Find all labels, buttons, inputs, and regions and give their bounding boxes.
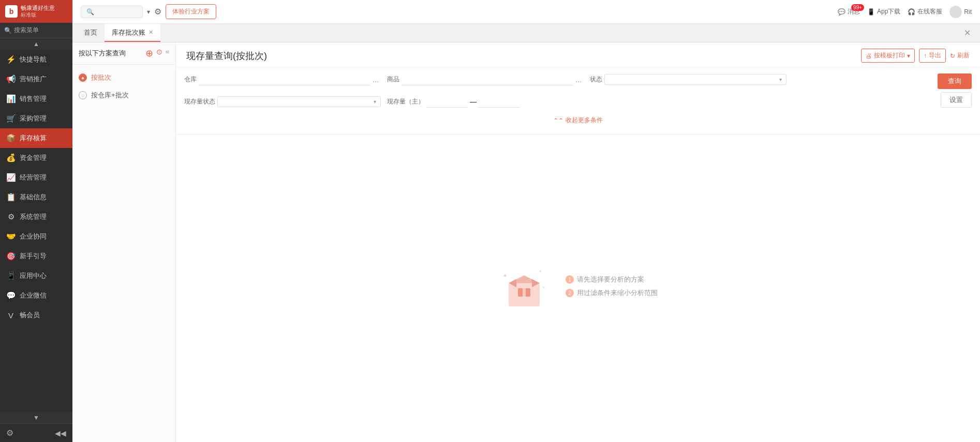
- sidebar-item-vip[interactable]: V 畅会员: [0, 305, 72, 325]
- topbar-gear-icon[interactable]: ⚙: [154, 7, 161, 17]
- status-select[interactable]: ▾: [604, 74, 786, 85]
- close-tab-button[interactable]: ✕: [959, 24, 976, 42]
- sidebar-item-label: 采购管理: [20, 114, 47, 123]
- sidebar-item-label: 企业微信: [20, 291, 47, 300]
- left-panel-title: 按以下方案查询: [79, 49, 126, 58]
- filter-product: 商品 ...: [387, 73, 584, 85]
- collapse-left-icon[interactable]: «: [166, 48, 169, 59]
- sidebar-item-label: 快捷导航: [20, 55, 47, 64]
- sidebar-item-quick-nav[interactable]: ⚡ 快捷导航: [0, 50, 72, 69]
- hint-1: 1 请先选择要分析的方案: [566, 275, 658, 284]
- schema-active-dot: ●: [79, 73, 87, 82]
- experience-button[interactable]: 体验行业方案: [166, 4, 216, 19]
- print-icon: 🖨: [866, 52, 872, 60]
- settings-icon[interactable]: ⚙: [6, 428, 13, 438]
- svg-rect-5: [523, 288, 526, 297]
- refresh-button[interactable]: ↻ 刷新: [950, 51, 970, 60]
- print-button[interactable]: 🖨 按模板打印 ▾: [861, 49, 915, 63]
- app-download-button[interactable]: 📱 App下载: [867, 7, 900, 16]
- filter-warehouse: 仓库 ...: [184, 73, 381, 85]
- add-schema-button[interactable]: ⊕: [145, 48, 153, 59]
- refresh-icon: ↻: [950, 52, 955, 60]
- collapse-label: 收起更多条件: [566, 116, 603, 125]
- quick-nav-icon: ⚡: [6, 55, 16, 64]
- inventory-main-max[interactable]: [479, 96, 520, 108]
- sidebar-nav: ⚡ 快捷导航 📢 营销推广 📊 销售管理 🛒 采购管理 📦 库存核算 💰 资金管…: [0, 50, 72, 412]
- inventory-main-min[interactable]: [426, 96, 468, 108]
- sidebar-item-operations[interactable]: 📈 经营管理: [0, 168, 72, 187]
- print-label: 按模板打印: [874, 51, 905, 60]
- inventory-main-range: —: [426, 96, 584, 108]
- left-panel-header: 按以下方案查询 ⊕ ⊙ «: [72, 42, 175, 65]
- inventory-status-select[interactable]: ▾: [217, 96, 381, 107]
- filter-area: 仓库 ... 商品 ...: [176, 67, 980, 135]
- online-service-button[interactable]: 🎧 在线客服: [908, 7, 942, 16]
- search-icon: 🔍: [4, 27, 12, 34]
- collapse-more-button[interactable]: ⌃⌃ 收起更多条件: [184, 113, 972, 128]
- sidebar-item-newbie[interactable]: 🎯 新手引导: [0, 246, 72, 266]
- sidebar-item-system[interactable]: ⚙ 系统管理: [0, 207, 72, 227]
- schema-inactive-dot: ○: [79, 91, 87, 99]
- topbar-dropdown-icon[interactable]: ▾: [147, 8, 150, 16]
- sidebar-item-label: 销售管理: [20, 94, 47, 104]
- sidebar-item-label: 应用中心: [20, 271, 47, 281]
- sidebar-scroll-up[interactable]: ▲: [0, 38, 72, 50]
- close-tab-icon[interactable]: ✕: [149, 29, 153, 36]
- query-button[interactable]: 查询: [938, 73, 972, 89]
- sidebar-item-enterprise-wechat[interactable]: 💬 企业微信: [0, 286, 72, 305]
- left-panel-actions: ⊕ ⊙ «: [145, 48, 169, 59]
- tab-inventory-batch[interactable]: 库存批次账 ✕: [105, 24, 160, 42]
- vip-icon: V: [6, 311, 16, 320]
- export-label: 导出: [929, 51, 941, 60]
- sidebar-item-finance[interactable]: 💰 资金管理: [0, 148, 72, 168]
- search-icon: 🔍: [86, 8, 94, 16]
- main-area: 🔍 ▾ ⚙ 体验行业方案 💬 消息 99+ 📱 App下载 🎧 在线客服: [72, 0, 980, 442]
- edition-label: 标准版: [21, 11, 55, 19]
- hint-2: 2 用过滤条件来缩小分析范围: [566, 288, 658, 298]
- filter-row-2: 现存量状态 ▾ 现存量（主）: [184, 96, 931, 108]
- export-button[interactable]: ↑ 导出: [919, 49, 946, 63]
- tab-home[interactable]: 首页: [77, 24, 105, 42]
- sidebar-item-label: 经营管理: [20, 173, 47, 182]
- page-title: 现存量查询(按批次): [186, 50, 267, 62]
- avatar: [949, 6, 962, 18]
- phone-icon: 📱: [867, 8, 875, 16]
- topbar-search-box[interactable]: 🔍: [81, 6, 143, 18]
- sidebar-item-label: 畅会员: [20, 311, 40, 320]
- product-input[interactable]: [402, 73, 573, 85]
- sidebar-item-label: 新手引导: [20, 252, 47, 261]
- sidebar-item-enterprise[interactable]: 🤝 企业协同: [0, 227, 72, 246]
- warehouse-filter-label: 仓库: [184, 75, 197, 84]
- sidebar-item-sales[interactable]: 📊 销售管理: [0, 89, 72, 109]
- collapse-sidebar-icon[interactable]: ◀◀: [55, 429, 66, 437]
- sidebar-item-basic-info[interactable]: 📋 基础信息: [0, 187, 72, 207]
- schema-item-by-warehouse-batch[interactable]: ○ 按仓库+批次: [72, 86, 175, 104]
- hint2-text: 用过滤条件来缩小分析范围: [577, 288, 658, 298]
- sidebar-item-purchase[interactable]: 🛒 采购管理: [0, 109, 72, 128]
- settings-button[interactable]: 设置: [941, 92, 972, 108]
- sidebar-item-label: 营销推广: [20, 75, 47, 84]
- sidebar-item-label: 资金管理: [20, 153, 47, 163]
- headset-icon: 🎧: [908, 8, 915, 16]
- warehouse-more-icon[interactable]: ...: [370, 76, 381, 84]
- warehouse-input[interactable]: [199, 73, 370, 85]
- system-icon: ⚙: [6, 212, 16, 222]
- schema-item-by-batch[interactable]: ● 按批次: [72, 69, 175, 86]
- user-menu[interactable]: Rit: [949, 6, 972, 18]
- messages-button[interactable]: 💬 消息 99+: [838, 7, 860, 16]
- empty-state: ✦ ✦ ★ 1 请先选择要分析的方案 2 用过滤条件来缩小分析范围: [176, 135, 980, 442]
- filter-inventory-main: 现存量（主） —: [387, 96, 584, 108]
- sidebar-header: b 畅康通好生意 标准版: [0, 0, 72, 23]
- product-more-icon[interactable]: ...: [573, 76, 584, 84]
- schema-settings-button[interactable]: ⊙: [156, 48, 162, 59]
- status-dropdown-icon: ▾: [779, 77, 782, 82]
- sidebar-item-marketing[interactable]: 📢 营销推广: [0, 69, 72, 89]
- sidebar-item-inventory[interactable]: 📦 库存核算: [0, 128, 72, 148]
- sidebar-search[interactable]: 🔍 搜索菜单: [0, 23, 72, 38]
- print-dropdown-icon[interactable]: ▾: [907, 52, 910, 60]
- export-icon: ↑: [924, 52, 927, 60]
- sidebar-item-app-center[interactable]: 📱 应用中心: [0, 266, 72, 286]
- sidebar-scroll-down[interactable]: ▼: [0, 412, 72, 423]
- range-separator: —: [470, 98, 477, 106]
- sidebar-item-label: 系统管理: [20, 212, 47, 222]
